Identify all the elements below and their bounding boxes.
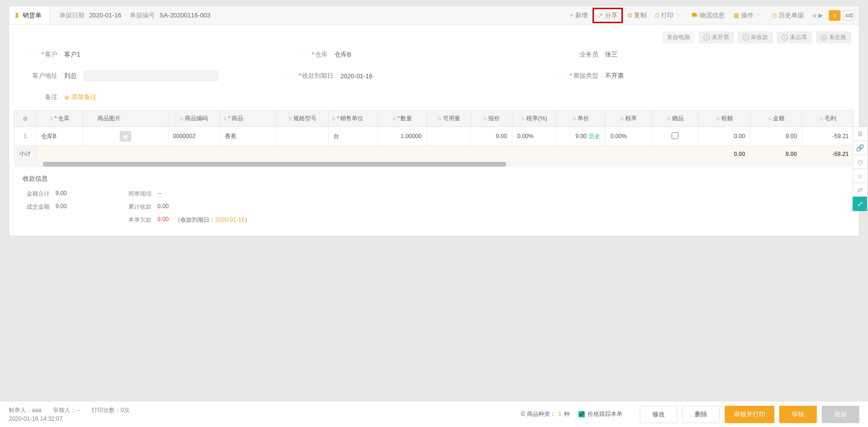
- copy-button[interactable]: ⧉复制: [624, 9, 650, 22]
- date-value: 2020-01-16: [89, 12, 122, 19]
- gift-checkbox[interactable]: [672, 132, 678, 139]
- footer-left: 制单人：aaa 审核人：-- 打印次数：0次 2020-01-16 14:32:…: [9, 406, 130, 422]
- print-button[interactable]: ⎙打印﹀: [651, 9, 687, 22]
- share-icon: ↗: [598, 12, 603, 19]
- main-card: ⬍ 销货单 单据日期 2020-01-16 单据编号 SA-20200116-0…: [9, 6, 859, 236]
- deal-value: 9.00: [55, 203, 67, 211]
- tab-sales-order[interactable]: ⬍ 销货单: [9, 6, 50, 24]
- invoice-type-value[interactable]: 不开票: [605, 71, 624, 80]
- cell-quote[interactable]: 9.00: [471, 127, 512, 146]
- warehouse-label: 仓库: [315, 51, 328, 58]
- salesman-value[interactable]: 张三: [605, 50, 618, 59]
- logistics-button[interactable]: ⛟物流信息: [688, 9, 729, 22]
- tab-title: 销货单: [23, 11, 41, 20]
- cell-unit[interactable]: 台: [329, 127, 378, 146]
- subtotal-label: 小计: [14, 146, 36, 162]
- cell-unit-price[interactable]: 9.00历史: [556, 127, 606, 146]
- plus-icon: +: [569, 12, 573, 19]
- prev-button[interactable]: ◀: [812, 12, 816, 19]
- owe-value: 9.00: [157, 216, 168, 224]
- print-count-value: 0次: [121, 407, 130, 413]
- footer-center: © 商品种类： 1 种 价格跟踪本单: [521, 410, 622, 418]
- footer-bar: 制单人：aaa 审核人：-- 打印次数：0次 2020-01-16 14:32:…: [0, 401, 868, 427]
- deal-label: 成交金额: [23, 203, 50, 211]
- address-redacted: [83, 71, 219, 81]
- cell-warehouse[interactable]: 仓库B: [36, 127, 83, 146]
- clock-icon: ◷: [772, 12, 777, 19]
- cell-tax-rate-pct[interactable]: 0.00%: [512, 127, 556, 146]
- history-link[interactable]: 历史: [589, 133, 600, 140]
- collect-button[interactable]: 收款: [822, 406, 859, 423]
- auditor-value: --: [76, 407, 80, 413]
- subtotal-row: 小计 0.00 9.00 -59.21: [14, 146, 854, 162]
- add-remark-button[interactable]: ⊕添加备注: [64, 93, 96, 101]
- table-header-row: ⚙ ⇅*仓库 商品图片 ⇅商品编码 ⇅*商品 ⇅规格型号 ⇅*销售单位 ⇅*数量…: [14, 111, 854, 127]
- header-meta: 单据日期 2020-01-16 单据编号 SA-20200116-003: [59, 11, 210, 20]
- address-value[interactable]: 刘总: [64, 71, 77, 80]
- rail-transfer-icon[interactable]: ⇄: [853, 183, 867, 197]
- delete-button[interactable]: 删除: [682, 406, 720, 423]
- rail-expand-icon[interactable]: ⤢: [853, 197, 867, 211]
- audit-button[interactable]: 审核: [779, 406, 817, 423]
- warehouse-value[interactable]: 仓库B: [334, 50, 351, 59]
- card-view-button[interactable]: ▭▯: [843, 10, 855, 21]
- footer-timestamp: 2020-01-16 14:32:07: [9, 415, 130, 422]
- kinds-count: 1: [558, 411, 562, 417]
- share-button[interactable]: ↗分享: [594, 9, 621, 22]
- price-follow-checkbox[interactable]: 价格跟踪本单: [579, 410, 622, 418]
- plus-circle-icon: ⊕: [64, 94, 69, 101]
- status-row: 来自电脑 i未开票 i未收款 i未出库 ⊘未生效: [9, 25, 859, 46]
- scroll-thumb[interactable]: [43, 162, 506, 167]
- remark-label: 备注: [45, 93, 57, 100]
- horizontal-scrollbar[interactable]: [14, 162, 854, 167]
- customer-value[interactable]: 客户1: [64, 50, 80, 59]
- rail-link-icon[interactable]: 🔗: [853, 141, 867, 155]
- salesman-label: 业务员: [579, 51, 598, 58]
- status-not-out: i未出库: [777, 31, 812, 43]
- cell-available: [427, 127, 470, 146]
- next-button[interactable]: ▶: [818, 12, 823, 19]
- info-icon: i: [703, 34, 710, 41]
- history-order-button[interactable]: ◷历史单据: [768, 9, 808, 22]
- due-value[interactable]: 2020-01-16: [340, 72, 372, 80]
- info-icon: i: [782, 34, 788, 41]
- cell-tax-amount: 0.00: [699, 127, 750, 146]
- table-row[interactable]: 1 仓库B ▦ 0000002 香蕉 台 1.00000 9.00 0.00% …: [14, 127, 854, 146]
- rail-doc-icon[interactable]: 🗎: [853, 127, 867, 141]
- cell-spec: [276, 127, 328, 146]
- code-label: 单据编号: [130, 12, 155, 19]
- grid-icon: ▦: [733, 12, 739, 19]
- status-not-collected: i未收款: [738, 31, 773, 43]
- rail-time-icon[interactable]: ◷: [853, 155, 867, 169]
- acc-label: 累计收款: [124, 203, 152, 211]
- stop-icon: ⊘: [821, 34, 827, 41]
- code-value: SA-20200116-003: [160, 12, 211, 19]
- owe-note: （收款到期日：2020-01-16）: [175, 216, 250, 224]
- truck-icon: ⛟: [691, 12, 698, 19]
- form-grid: *客户 客户1 *仓库 仓库B 业务员 张三 客户地址 刘总 *收款到期日 20…: [9, 46, 859, 107]
- subtotal-profit: -59.21: [802, 146, 854, 162]
- customer-label: 客户: [45, 51, 57, 58]
- list-view-button[interactable]: ≡: [829, 10, 840, 21]
- operate-button[interactable]: ▦操作﹀: [730, 9, 767, 22]
- share-highlight: ↗分享: [592, 8, 623, 23]
- nav-arrows: ◀ ▶: [812, 12, 823, 19]
- cell-qty[interactable]: 1.00000: [378, 127, 427, 146]
- cell-tax-rate: 0.00%: [606, 127, 652, 146]
- image-placeholder-icon: ▦: [120, 131, 131, 142]
- cell-profit: -59.21: [802, 127, 854, 146]
- new-button[interactable]: +新增: [565, 9, 592, 22]
- footer-buttons: 修改 删除 审核并打印 审核 收款: [640, 406, 859, 423]
- invoice-type-label: 票据类型: [573, 72, 598, 79]
- rail-user-icon[interactable]: ☺: [853, 169, 867, 183]
- header-bar: ⬍ 销货单 单据日期 2020-01-16 单据编号 SA-20200116-0…: [9, 6, 859, 25]
- settings-column[interactable]: ⚙: [14, 111, 36, 127]
- info-icon: i: [743, 34, 749, 41]
- chevron-down-icon: ﹀: [757, 11, 763, 20]
- copy-icon: ⧉: [628, 12, 632, 19]
- cell-product[interactable]: 香蕉: [220, 127, 276, 146]
- audit-print-button[interactable]: 审核并打印: [725, 406, 774, 423]
- payment-section: 收款信息 金额合计9.00 成交金额9.00 同单现结-- 累计收款0.00 本…: [9, 167, 859, 236]
- row-index: 1: [14, 127, 36, 146]
- modify-button[interactable]: 修改: [640, 406, 677, 423]
